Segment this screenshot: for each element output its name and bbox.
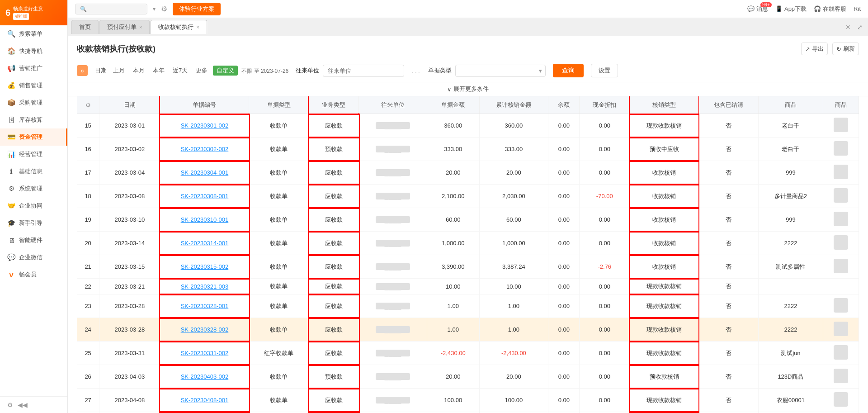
cell-balance: 0.00 — [548, 365, 580, 389]
date-opt-this-year[interactable]: 本年 — [150, 66, 167, 76]
filter-setting-button[interactable]: 设置 — [591, 64, 618, 77]
cell-bill-amount: -2,430.00 — [427, 342, 479, 365]
tab-close-button[interactable]: ✕ — [844, 23, 853, 32]
sidebar-item-hardware[interactable]: 🖥 智能硬件 — [0, 232, 67, 249]
cell-goods-img — [823, 294, 859, 318]
bill-no-link[interactable]: SK-20230328-002 — [181, 326, 229, 333]
sidebar-item-inventory[interactable]: 🗄 库存核算 — [0, 111, 67, 128]
bill-no-link[interactable]: SK-20230328-001 — [181, 303, 229, 309]
app-icon: 📱 — [775, 5, 783, 12]
topbar-chevron-icon[interactable]: ▾ — [153, 6, 156, 12]
app-download-button[interactable]: 📱 App下载 — [775, 5, 807, 13]
page: 收款核销执行(按收款) ↗ 导出 ↻ 刷新 » 日期 — [68, 36, 868, 413]
sidebar-item-search[interactable]: 🔍 搜索菜单 — [0, 25, 67, 43]
bill-no-link[interactable]: SK-20230315-002 — [181, 263, 229, 270]
filter-expand-bar[interactable]: ∨ 展开更多条件 — [68, 82, 868, 96]
cell-bill-type: 收款单 — [249, 389, 309, 412]
tab-home[interactable]: 首页 — [71, 20, 99, 34]
refresh-button[interactable]: ↻ 刷新 — [832, 43, 859, 55]
settings-bottom-icon[interactable]: ⚙ — [7, 401, 13, 408]
th-cash-discount: 现金折扣 — [580, 96, 630, 114]
date-opt-last-month[interactable]: 上月 — [110, 66, 127, 76]
tab-expand-button[interactable]: ⤢ — [855, 23, 864, 32]
cell-biz-type: 应收款 — [309, 279, 359, 294]
table-wrap: ⚙ 日期 单据编号 单据类型 业务类型 往来单位 单据金额 累计核销金额 余额 … — [68, 96, 868, 413]
sidebar-item-guide[interactable]: 🎓 新手引导 — [0, 214, 67, 232]
sidebar-item-operations[interactable]: 📊 经营管理 — [0, 146, 67, 163]
tab-collection[interactable]: 收款核销执行 × — [151, 20, 207, 34]
bill-no-link[interactable]: SK-20230321-003 — [181, 283, 229, 290]
cell-biz-type: 预收款 — [309, 138, 359, 161]
sidebar-item-finance[interactable]: 💳 资金管理 — [0, 128, 67, 146]
cell-goods: 2222 — [758, 232, 823, 255]
cell-no: 15 — [77, 114, 99, 138]
tab-prepay-close-icon[interactable]: × — [139, 24, 142, 30]
bill-type-select[interactable] — [455, 65, 546, 77]
cell-include-cleared: 否 — [698, 318, 758, 342]
tab-prepay[interactable]: 预付应付单 × — [99, 20, 150, 34]
cell-cumulative: -2,430.00 — [479, 342, 548, 365]
topbar: 🔍 ▾ ⚙ 体验行业方案 💬 消息 99+ 📱 App下载 🎧 在线客服 Rit — [68, 0, 868, 18]
topbar-search[interactable]: 🔍 — [75, 4, 147, 14]
cell-counterpart: ████ — [359, 389, 427, 412]
sidebar-item-member[interactable]: V 畅会员 — [0, 266, 67, 283]
cell-include-cleared: 否 — [698, 114, 758, 138]
counterpart-label: 往来单位 — [296, 66, 319, 75]
cell-counterpart: ████ — [359, 294, 427, 318]
message-icon: 💬 — [747, 5, 755, 12]
bill-no-link[interactable]: SK-20230314-001 — [181, 240, 229, 247]
sidebar-item-label: 畅会员 — [19, 271, 37, 279]
date-opt-7days[interactable]: 近7天 — [170, 66, 190, 76]
th-gear[interactable]: ⚙ — [77, 96, 99, 114]
filter-dots[interactable]: ... — [411, 66, 421, 76]
sidebar-item-wechat[interactable]: 💬 企业微信 — [0, 249, 67, 266]
cell-goods: 测试多属性 — [758, 255, 823, 279]
topbar-gear-icon[interactable]: ⚙ — [161, 5, 167, 13]
cell-cash-discount: 0.00 — [580, 161, 630, 185]
bill-no-link[interactable]: SK-20230301-002 — [181, 122, 229, 129]
message-button[interactable]: 💬 消息 99+ — [747, 5, 768, 13]
cell-biz-type: 应收款 — [309, 114, 359, 138]
online-service-button[interactable]: 🎧 在线客服 — [814, 5, 846, 13]
bill-no-link[interactable]: SK-20230308-001 — [181, 193, 229, 199]
counterpart-input[interactable] — [323, 65, 404, 77]
filter-arrow-button[interactable]: » — [77, 65, 88, 76]
cell-biz-type: 应收款 — [309, 232, 359, 255]
cell-no: 18 — [77, 185, 99, 208]
sidebar-item-sales[interactable]: 💰 销售管理 — [0, 77, 67, 94]
cell-bill-no: SK-20230321-003 — [160, 279, 249, 294]
sidebar-item-purchase[interactable]: 📦 采购管理 — [0, 94, 67, 111]
cell-cumulative: 100.00 — [479, 389, 548, 412]
user-name[interactable]: Rit — [854, 5, 861, 12]
bill-no-link[interactable]: SK-20230310-001 — [181, 216, 229, 223]
th-verify-type: 核销类型 — [630, 96, 699, 114]
sidebar-item-enterprise[interactable]: 🤝 企业协同 — [0, 197, 67, 214]
bill-no-link[interactable]: SK-20230408-001 — [181, 397, 229, 404]
date-opt-this-month[interactable]: 本月 — [130, 66, 147, 76]
date-opt-custom[interactable]: 自定义 — [213, 66, 238, 76]
export-button[interactable]: ↗ 导出 — [801, 43, 828, 55]
cell-verify-type: 现款收款核销 — [630, 279, 699, 294]
collapse-icon[interactable]: ◀◀ — [18, 401, 28, 408]
cell-goods: 衣服00001 — [758, 389, 823, 412]
sidebar-item-marketing[interactable]: 📢 营销推广 — [0, 60, 67, 77]
cell-verify-type: 收款核销 — [630, 232, 699, 255]
sidebar-item-system[interactable]: ⚙ 系统管理 — [0, 180, 67, 197]
cell-include-cleared: 否 — [698, 208, 758, 232]
bill-no-link[interactable]: SK-20230403-002 — [181, 373, 229, 380]
bill-no-link[interactable]: SK-20230304-001 — [181, 169, 229, 176]
bill-no-link[interactable]: SK-20230302-002 — [181, 146, 229, 152]
tab-collection-close-icon[interactable]: × — [196, 24, 199, 30]
gear-icon[interactable]: ⚙ — [85, 102, 91, 109]
sidebar-item-basic[interactable]: ℹ 基础信息 — [0, 163, 67, 180]
cell-date: 2023-03-04 — [99, 161, 160, 185]
date-filter-label: 日期 — [95, 66, 107, 75]
cell-verify-type: 现款收款核销 — [630, 114, 699, 138]
date-opt-more[interactable]: 更多 — [193, 66, 210, 76]
cell-verify-type: 现款收款核销 — [630, 294, 699, 318]
query-button[interactable]: 查询 — [553, 64, 584, 77]
bill-no-link[interactable]: SK-20230331-002 — [181, 350, 229, 356]
cell-date: 2023-03-28 — [99, 318, 160, 342]
sidebar-item-shortcut[interactable]: 🏠 快捷导航 — [0, 43, 67, 60]
solution-button[interactable]: 体验行业方案 — [173, 3, 221, 15]
